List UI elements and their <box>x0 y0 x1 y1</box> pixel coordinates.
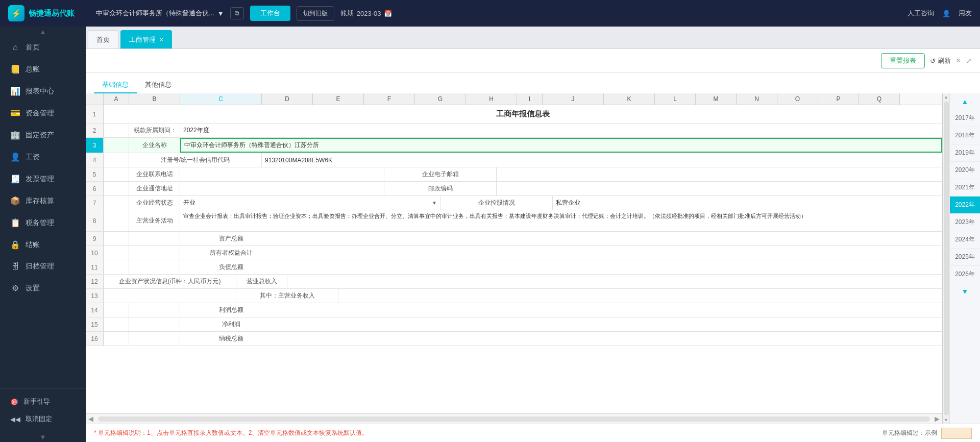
cell-7-status[interactable]: 开业 ▼ <box>180 196 440 210</box>
sidebar-item-archive[interactable]: 🗄 归档管理 <box>0 256 86 277</box>
switch-version-button[interactable]: 切到旧版 <box>297 6 334 21</box>
year-item-2022[interactable]: 2022年 <box>950 197 980 214</box>
year-item-2026[interactable]: 2026年 <box>950 266 980 283</box>
tab-industry-mgmt[interactable]: 工商管理 × <box>120 30 172 48</box>
vertical-scrollbar[interactable]: ▲ ▼ <box>942 93 949 424</box>
cell-15-value[interactable] <box>282 317 942 331</box>
cell-7-a <box>104 196 129 210</box>
example-cell <box>941 428 972 439</box>
row-num-13: 13 <box>86 289 104 303</box>
row-num-6: 6 <box>86 182 104 195</box>
sidebar-scroll-down[interactable]: ▼ <box>0 432 86 442</box>
sidebar-item-home[interactable]: ⌂ 首页 <box>0 37 86 58</box>
copy-button[interactable]: ⧉ <box>230 7 244 19</box>
company-selector[interactable]: 中审众环会计师事务所（特殊普通合伙... ▼ <box>96 9 224 18</box>
tab-home[interactable]: 首页 <box>88 30 118 48</box>
sub-tab-other[interactable]: 其他信息 <box>137 77 180 93</box>
sidebar-item-unpin[interactable]: ◀◀ 取消固定 <box>0 410 86 428</box>
cell-13-value[interactable] <box>338 289 942 303</box>
cell-6-a <box>104 182 129 195</box>
year-item-2024[interactable]: 2024年 <box>950 231 980 249</box>
sidebar-item-reports[interactable]: 📊 报表中心 <box>0 80 86 102</box>
cell-2-c[interactable]: 2022年度 <box>180 124 942 137</box>
col-header-c: C <box>180 93 262 105</box>
logo-icon: ⚡ <box>8 5 24 21</box>
sidebar-label-settings: 设置 <box>26 284 40 293</box>
cell-5-rest[interactable] <box>497 167 942 181</box>
sidebar-item-invoices[interactable]: 🧾 发票管理 <box>0 168 86 190</box>
reset-report-button[interactable]: 重置报表 <box>881 53 925 68</box>
scroll-up-arrow[interactable]: ▲ <box>943 93 949 101</box>
cell-3-c[interactable]: 中审众环会计师事务所（特殊普通合伙）江苏分所 <box>180 138 942 153</box>
cell-7-holding-value[interactable]: 私营企业 <box>553 196 942 210</box>
logo-area: ⚡ 畅捷通易代账 <box>8 5 90 21</box>
year-item-2023[interactable]: 2023年 <box>950 214 980 231</box>
sidebar-item-funds[interactable]: 💳 资金管理 <box>0 102 86 124</box>
cell-12-value[interactable] <box>287 275 942 288</box>
year-item-2018[interactable]: 2018年 <box>950 127 980 144</box>
row-num-4: 4 <box>86 153 104 167</box>
year-panel-down-arrow[interactable]: ▼ <box>962 283 969 300</box>
cell-15-a <box>104 317 129 331</box>
year-item-2021[interactable]: 2021年 <box>950 179 980 197</box>
user-label[interactable]: 用友 <box>959 9 972 18</box>
cell-16-value[interactable] <box>282 332 942 346</box>
ai-consult-link[interactable]: 人工咨询 <box>908 9 934 18</box>
cell-13-label: 其中：主营业务收入 <box>236 289 338 303</box>
year-item-2017[interactable]: 2017年 <box>950 110 980 127</box>
year-item-2025[interactable]: 2025年 <box>950 249 980 266</box>
sidebar-label-reports: 报表中心 <box>26 87 54 96</box>
spreadsheet-body[interactable]: 1 工商年报信息表 2 税款所属期间： 2022年度 3 <box>86 105 942 413</box>
cell-14-label: 利润总额 <box>180 303 282 317</box>
tab-home-label: 首页 <box>96 35 110 44</box>
cell-9-value[interactable] <box>282 232 942 245</box>
wages-icon: 👤 <box>10 152 20 162</box>
scroll-down-arrow[interactable]: ▼ <box>943 416 949 424</box>
sidebar-item-inventory[interactable]: 📦 库存核算 <box>0 190 86 212</box>
year-item-2020[interactable]: 2020年 <box>950 162 980 179</box>
horizontal-scrollbar[interactable]: ◀ ▶ <box>86 413 942 424</box>
sub-tab-basic[interactable]: 基础信息 <box>94 77 137 93</box>
cell-14-a <box>104 303 129 317</box>
v-scroll-track[interactable] <box>944 102 949 415</box>
window-expand-icon[interactable]: ⤢ <box>966 57 972 65</box>
workspace-button[interactable]: 工作台 <box>250 6 290 21</box>
scroll-right-arrow[interactable]: ▶ <box>932 415 942 423</box>
status-dropdown-icon[interactable]: ▼ <box>432 200 437 206</box>
cell-8-content[interactable]: 审查企业会计报表；出具审计报告；验证企业资本；出具验资报告；办理企业合开、分立、… <box>180 210 942 231</box>
cell-6-b: 企业通信地址 <box>129 182 180 195</box>
cell-6-label: 邮政编码 <box>384 182 497 195</box>
sidebar-item-ledger[interactable]: 📒 总账 <box>0 58 86 80</box>
sidebar-label-ledger: 总账 <box>26 65 40 74</box>
year-panel: ▲ 2017年 2018年 2019年 2020年 2021年 2022年 20… <box>949 93 980 424</box>
cell-14-value[interactable] <box>282 303 942 317</box>
col-header-q: Q <box>859 93 900 105</box>
sidebar-item-close[interactable]: 🔒 结账 <box>0 234 86 256</box>
sidebar-scroll-up[interactable]: ▲ <box>0 27 86 37</box>
table-row: 5 企业联系电话 企业电子邮箱 <box>86 167 942 182</box>
tab-close-icon[interactable]: × <box>160 36 163 43</box>
year-item-2019[interactable]: 2019年 <box>950 144 980 162</box>
cell-10-b <box>129 246 180 260</box>
cell-10-value[interactable] <box>282 246 942 260</box>
calendar-icon[interactable]: 📅 <box>384 10 392 17</box>
cell-6-rest[interactable] <box>497 182 942 195</box>
cell-5-mid[interactable] <box>180 167 384 181</box>
col-header-a: A <box>104 93 129 105</box>
window-close-icon[interactable]: × <box>956 56 961 65</box>
refresh-button[interactable]: ↺ 刷新 <box>930 56 951 65</box>
year-panel-up-arrow[interactable]: ▲ <box>962 93 969 110</box>
sidebar-item-wages[interactable]: 👤 工资 <box>0 146 86 168</box>
cell-4-rest[interactable]: 91320100MA208E5W6K <box>262 153 942 167</box>
sidebar-item-settings[interactable]: ⚙ 设置 <box>0 277 86 299</box>
h-scroll-track[interactable] <box>98 416 930 422</box>
corner-cell <box>86 93 104 105</box>
inventory-icon: 📦 <box>10 196 20 206</box>
cell-6-mid[interactable] <box>180 182 384 195</box>
cell-1-title[interactable]: 工商年报信息表 <box>104 105 942 123</box>
scroll-left-arrow[interactable]: ◀ <box>86 415 96 423</box>
cell-11-value[interactable] <box>282 260 942 274</box>
sidebar-item-assets[interactable]: 🏢 固定资产 <box>0 124 86 146</box>
sidebar-item-newbie[interactable]: 🎯 新手引导 <box>0 393 86 410</box>
sidebar-item-tax[interactable]: 📋 税务管理 <box>0 212 86 234</box>
